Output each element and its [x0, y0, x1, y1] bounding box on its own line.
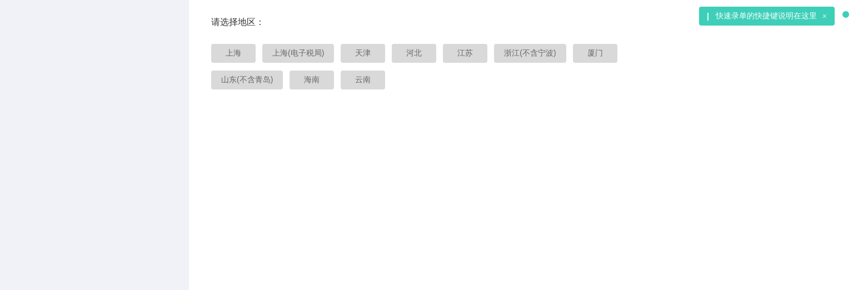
region-button-jiangsu[interactable]: 江苏	[443, 44, 487, 63]
tooltip-banner: 快速录单的快捷键说明在这里 ×	[699, 7, 835, 26]
region-button-shanghai[interactable]: 上海	[211, 44, 256, 63]
region-button-yunnan[interactable]: 云南	[341, 71, 385, 89]
region-button-shandong[interactable]: 山东(不含青岛)	[211, 71, 283, 89]
left-sidebar	[0, 0, 189, 290]
region-button-hebei[interactable]: 河北	[392, 44, 436, 63]
region-button-tianjin[interactable]: 天津	[341, 44, 385, 63]
tooltip-text: 快速录单的快捷键说明在这里	[716, 11, 817, 21]
tooltip-dot	[842, 11, 849, 18]
region-button-hainan[interactable]: 海南	[290, 71, 334, 89]
region-button-zhejiang[interactable]: 浙江(不含宁波)	[494, 44, 566, 63]
region-row-2: 山东(不含青岛)海南云南	[211, 71, 846, 89]
region-row-1: 上海上海(电子税局)天津河北江苏浙江(不含宁波)厦门	[211, 44, 846, 63]
region-button-shanghai-etax[interactable]: 上海(电子税局)	[262, 44, 334, 63]
tooltip-close-button[interactable]: ×	[822, 12, 827, 21]
main-content: 请选择地区： 上海上海(电子税局)天津河北江苏浙江(不含宁波)厦门 山东(不含青…	[189, 0, 868, 290]
region-button-xiamen[interactable]: 厦门	[573, 44, 617, 63]
